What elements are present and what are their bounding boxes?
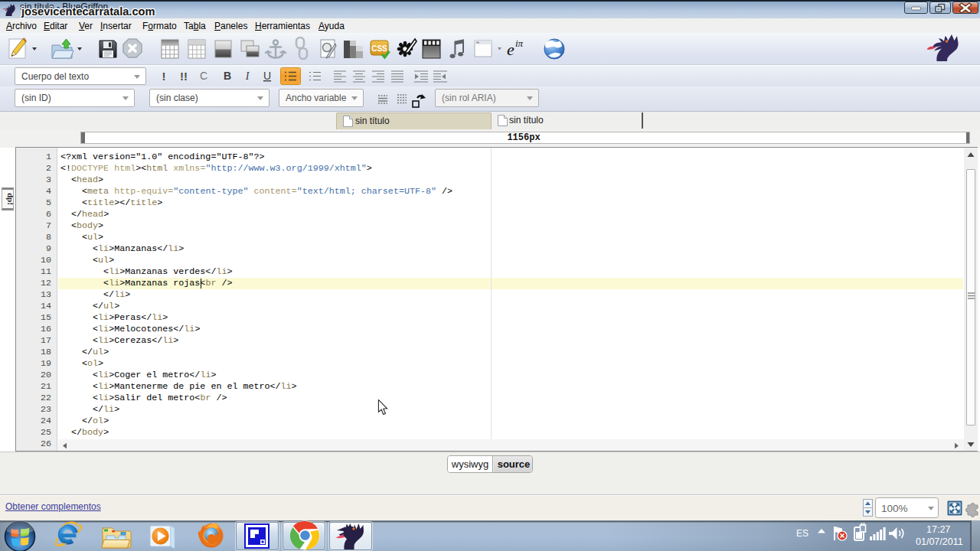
svg-text:!: ! (162, 70, 166, 83)
svg-text:!!: !! (180, 70, 188, 83)
svg-text:U: U (263, 70, 271, 82)
svg-text:iπ: iπ (515, 37, 524, 49)
svg-text:e: e (507, 40, 514, 59)
svg-text:CSS: CSS (371, 44, 387, 53)
svg-text:100%: 100% (881, 503, 908, 514)
svg-text:C: C (200, 70, 207, 82)
svg-text:I: I (245, 70, 250, 82)
svg-text:B: B (224, 70, 231, 82)
